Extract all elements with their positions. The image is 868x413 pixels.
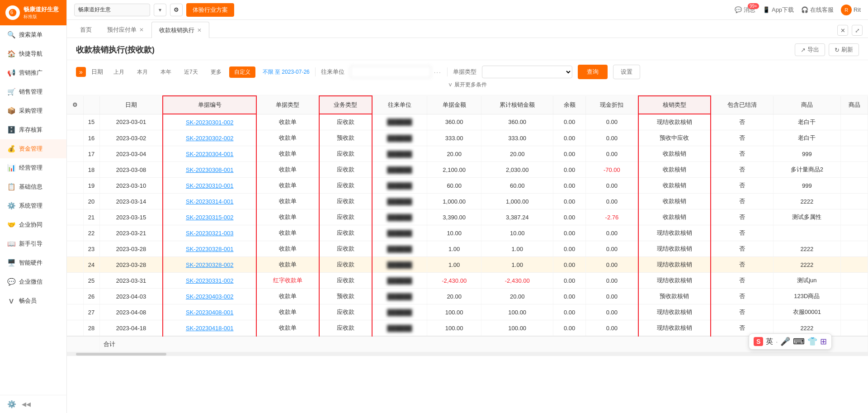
td-bill-no[interactable]: SK-20230310-001 xyxy=(163,178,256,194)
td-partner: ██████ xyxy=(372,146,427,162)
settings-btn[interactable]: 设置 xyxy=(613,65,640,79)
th-gear[interactable]: ⚙ xyxy=(67,96,83,114)
search-icon: 🔍 xyxy=(7,31,15,39)
td-bill-no[interactable]: SK-20230403-002 xyxy=(163,289,256,304)
settings-icon[interactable]: ⚙️ xyxy=(7,400,16,408)
td-bill-type: 收款单 xyxy=(256,320,319,337)
td-bill-no[interactable]: SK-20230308-001 xyxy=(163,162,256,178)
tab-close-btn[interactable]: ✕ xyxy=(837,25,848,36)
sidebar-item-quicknav[interactable]: 🏠 快捷导航 xyxy=(0,44,66,63)
td-balance: 0.00 xyxy=(553,178,586,194)
td-include-settled: 否 xyxy=(711,273,773,289)
th-amount: 单据金额 xyxy=(427,96,481,114)
td-goods: 999 xyxy=(773,146,840,162)
td-bill-no[interactable]: SK-20230314-001 xyxy=(163,194,256,209)
td-goods: 123D商品 xyxy=(773,289,840,304)
table-scrollbar[interactable] xyxy=(67,352,868,356)
page-title: 收款核销执行(按收款) xyxy=(76,44,155,55)
td-bill-no[interactable]: SK-20230408-001 xyxy=(163,304,256,320)
td-bill-type: 收款单 xyxy=(256,289,319,304)
td-balance: 0.00 xyxy=(553,194,586,209)
topbar-user[interactable]: R Rit xyxy=(841,5,861,15)
td-rownum: 16 xyxy=(83,130,99,146)
td-checkbox xyxy=(67,257,83,273)
td-checkbox xyxy=(67,241,83,257)
filter-row-1: » 日期 上月 本月 本年 近7天 更多 自定义 不限 至 2023-07-26… xyxy=(76,65,859,79)
td-discount: 0.00 xyxy=(586,178,638,194)
tab-receipt-close[interactable]: ✕ xyxy=(197,27,202,33)
td-balance: 0.00 xyxy=(553,114,586,130)
td-bill-no[interactable]: SK-20230328-001 xyxy=(163,241,256,257)
td-goods2 xyxy=(841,178,868,194)
topbar-service-link[interactable]: 🎧 在线客服 xyxy=(801,6,834,14)
td-date: 2023-03-15 xyxy=(99,209,163,225)
svg-text:6: 6 xyxy=(10,9,13,15)
td-bill-no[interactable]: SK-20230302-002 xyxy=(163,130,256,146)
td-goods: 2222 xyxy=(773,194,840,209)
sidebar-item-hardware[interactable]: 🖥️ 智能硬件 xyxy=(0,253,66,272)
query-btn[interactable]: 查询 xyxy=(578,65,608,79)
sidebar-item-purchase[interactable]: 📦 采购管理 xyxy=(0,101,66,120)
sidebar-item-search[interactable]: 🔍 搜索菜单 xyxy=(0,25,66,44)
sidebar-item-member[interactable]: V 畅会员 xyxy=(0,291,66,310)
topbar-msg-link[interactable]: 💬 消息 99+ xyxy=(735,6,755,14)
topbar-gear-btn[interactable]: ⚙ xyxy=(170,4,183,16)
collapse-icon[interactable]: ◀◀ xyxy=(22,401,31,408)
refresh-btn[interactable]: ↻ 刷新 xyxy=(829,43,859,56)
sidebar-item-operations[interactable]: 📊 经营管理 xyxy=(0,158,66,177)
filter-tag-more[interactable]: 更多 xyxy=(206,66,226,78)
td-amount: 1.00 xyxy=(427,257,481,273)
tab-receipt[interactable]: 收款核销执行 ✕ xyxy=(151,22,209,38)
tab-home[interactable]: 首页 xyxy=(72,21,99,38)
td-goods: 老白干 xyxy=(773,114,840,130)
filter-receipt-type-select[interactable] xyxy=(482,66,572,78)
td-bill-no[interactable]: SK-20230304-001 xyxy=(163,146,256,162)
table-header-row: ⚙ 日期 单据编号 单据类型 业务类型 往来单位 单据金额 累计核销金额 余额 … xyxy=(67,96,868,114)
filter-tag-7days[interactable]: 近7天 xyxy=(179,66,203,78)
td-discount: 0.00 xyxy=(586,194,638,209)
td-date: 2023-04-03 xyxy=(99,289,163,304)
td-bill-no[interactable]: SK-20230301-002 xyxy=(163,114,256,130)
sidebar-item-basic[interactable]: 📋 基础信息 xyxy=(0,177,66,196)
td-bill-no[interactable]: SK-20230328-002 xyxy=(163,257,256,273)
td-bill-no[interactable]: SK-20230331-002 xyxy=(163,273,256,289)
sidebar-item-system[interactable]: ⚙️ 系统管理 xyxy=(0,196,66,215)
topbar-app-link[interactable]: 📱 App下载 xyxy=(763,6,794,14)
th-bill-no: 单据编号 xyxy=(163,96,256,114)
export-btn[interactable]: ↗ 导出 xyxy=(795,43,825,56)
sidebar-item-finance[interactable]: 💰 资金管理 xyxy=(0,139,66,158)
td-bill-no[interactable]: SK-20230321-003 xyxy=(163,225,256,241)
td-date: 2023-04-18 xyxy=(99,320,163,337)
filter-collapse-btn[interactable]: » xyxy=(76,67,86,77)
td-verified: 10.00 xyxy=(481,225,553,241)
sidebar-item-marketing[interactable]: 📢 营销推广 xyxy=(0,63,66,82)
sidebar-item-sales[interactable]: 🛒 销售管理 xyxy=(0,82,66,101)
td-verified: 333.00 xyxy=(481,130,553,146)
sidebar-item-wechat[interactable]: 💬 企业微信 xyxy=(0,272,66,291)
sidebar-item-inventory[interactable]: 🗄️ 库存核算 xyxy=(0,120,66,139)
tab-maximize-btn[interactable]: ⤢ xyxy=(852,25,863,36)
tab-prepay-close[interactable]: ✕ xyxy=(139,27,144,33)
export-icon: ↗ xyxy=(801,47,806,53)
td-bill-no[interactable]: SK-20230315-002 xyxy=(163,209,256,225)
td-bill-no[interactable]: SK-20230418-001 xyxy=(163,320,256,337)
td-verify-type: 预收款核销 xyxy=(638,289,711,304)
topbar-primary-btn[interactable]: 体验行业方案 xyxy=(186,3,234,17)
scroll-thumb[interactable] xyxy=(76,353,166,356)
td-biz-type: 应收款 xyxy=(319,194,372,209)
sidebar-item-collab[interactable]: 🤝 企业协同 xyxy=(0,215,66,234)
tab-prepay[interactable]: 预付应付单 ✕ xyxy=(99,21,151,38)
td-biz-type: 应收款 xyxy=(319,209,372,225)
page-content: 收款核销执行(按收款) ↗ 导出 ↻ 刷新 » 日期 上月 本月 xyxy=(67,38,868,413)
sidebar-item-guide[interactable]: 📖 新手引导 xyxy=(0,234,66,253)
filter-partner-input[interactable] xyxy=(350,66,431,78)
td-goods: 2222 xyxy=(773,257,840,273)
filter-tag-custom[interactable]: 自定义 xyxy=(229,66,255,78)
topbar-search-input[interactable] xyxy=(74,4,150,16)
filter-tag-lastmonth[interactable]: 上月 xyxy=(108,66,129,78)
filter-tag-thisyear[interactable]: 本年 xyxy=(156,66,176,78)
td-rownum: 25 xyxy=(83,273,99,289)
filter-tag-thismonth[interactable]: 本月 xyxy=(132,66,153,78)
topbar-dropdown-btn[interactable]: ▾ xyxy=(154,4,166,16)
expand-more-btn[interactable]: ∨ 展开更多条件 xyxy=(448,81,486,89)
